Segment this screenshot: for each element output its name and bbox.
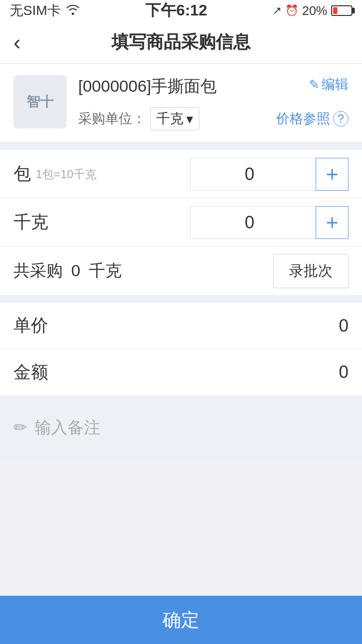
product-card: 智十 [0000006]手撕面包 ✎ 编辑 采购单位： 千克 ▾ xyxy=(0,64,362,142)
batch-button[interactable]: 录批次 xyxy=(273,254,348,288)
summary-row: 共采购 0 千克 录批次 xyxy=(0,247,362,295)
edit-icon: ✎ xyxy=(309,77,320,92)
summary-prefix: 共采购 xyxy=(14,261,63,280)
product-unit-row: 采购单位： 千克 ▾ 价格参照 ? xyxy=(78,107,348,130)
unit-dropdown[interactable]: 千克 ▾ xyxy=(150,107,199,130)
summary-unit: 千克 xyxy=(89,261,122,280)
notes-pencil-icon: ✏ xyxy=(14,418,27,437)
kg-plus-button[interactable]: + xyxy=(316,206,348,239)
edit-label: 编辑 xyxy=(321,75,348,94)
location-icon: ↗ xyxy=(273,4,281,17)
edit-button[interactable]: ✎ 编辑 xyxy=(309,75,348,94)
product-logo-text: 智十 xyxy=(27,93,54,111)
amount-label: 金额 xyxy=(14,361,48,384)
nav-bar: ‹ 填写商品采购信息 xyxy=(0,21,362,64)
status-time: 下午6:12 xyxy=(145,0,207,21)
pack-input-row: 包 1包=10千克 + xyxy=(0,150,362,198)
pack-quantity-input[interactable] xyxy=(190,158,316,191)
amount-value: 0 xyxy=(339,362,348,382)
battery-icon xyxy=(331,5,352,16)
unit-label: 采购单位： xyxy=(78,111,146,126)
price-ref-help-icon: ? xyxy=(333,111,348,126)
notes-area[interactable]: ✏ 输入备注 xyxy=(0,403,362,461)
product-info: [0000006]手撕面包 ✎ 编辑 采购单位： 千克 ▾ 价格参照 ? xyxy=(78,75,348,130)
pack-input-right: + xyxy=(97,158,348,191)
section-separator-2 xyxy=(0,295,362,303)
unit-price-label: 单价 xyxy=(14,314,48,337)
kg-quantity-input[interactable] xyxy=(190,206,316,239)
alarm-icon: ⏰ xyxy=(285,4,298,17)
input-section: 包 1包=10千克 + 千克 + xyxy=(0,150,362,247)
unit-selector-area: 采购单位： 千克 ▾ xyxy=(78,107,199,130)
page-title: 填写商品采购信息 xyxy=(111,30,251,54)
carrier-label: 无SIM卡 xyxy=(10,1,61,20)
amount-row: 金额 0 xyxy=(0,349,362,395)
unit-price-value: 0 xyxy=(339,316,348,336)
price-ref-label: 价格参照 xyxy=(276,110,330,128)
section-separator-1 xyxy=(0,142,362,150)
product-image: 智十 xyxy=(14,75,67,128)
status-bar: 无SIM卡 下午6:12 ↗ ⏰ 20% xyxy=(0,0,362,21)
kg-input-row: 千克 + xyxy=(0,198,362,247)
status-right: ↗ ⏰ 20% xyxy=(273,3,352,18)
confirm-button[interactable]: 确定 xyxy=(0,596,362,644)
pack-label: 包 xyxy=(14,162,31,186)
battery-fill xyxy=(333,7,337,14)
section-separator-3 xyxy=(0,395,362,403)
price-ref-button[interactable]: 价格参照 ? xyxy=(276,110,348,128)
kg-label: 千克 xyxy=(14,210,48,234)
status-left: 无SIM卡 xyxy=(10,1,80,20)
product-name: [0000006]手撕面包 xyxy=(78,75,217,98)
info-section: 单价 0 金额 0 xyxy=(0,303,362,395)
unit-value: 千克 xyxy=(156,110,183,128)
summary-text: 共采购 0 千克 xyxy=(14,260,122,282)
unit-price-row: 单价 0 xyxy=(0,303,362,349)
wifi-icon xyxy=(66,3,80,18)
kg-input-right: + xyxy=(48,206,348,239)
product-header: [0000006]手撕面包 ✎ 编辑 xyxy=(78,75,348,98)
battery-percent: 20% xyxy=(302,3,327,18)
summary-quantity: 0 xyxy=(71,261,80,280)
back-button[interactable]: ‹ xyxy=(14,32,21,53)
pack-plus-button[interactable]: + xyxy=(316,158,348,191)
notes-placeholder: 输入备注 xyxy=(35,417,100,439)
pack-sublabel: 1包=10千克 xyxy=(36,167,97,182)
main-content: 智十 [0000006]手撕面包 ✎ 编辑 采购单位： 千克 ▾ xyxy=(0,64,362,509)
dropdown-arrow-icon: ▾ xyxy=(186,111,193,127)
